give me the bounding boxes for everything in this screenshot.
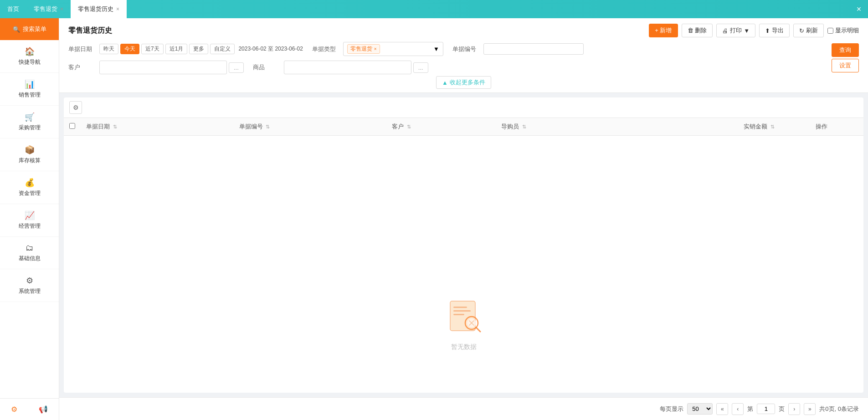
query-button[interactable]: 查询 [832, 43, 859, 57]
doc-type-tag-close[interactable]: × [374, 46, 377, 51]
sidebar-item-operations[interactable]: 📈 经营管理 [0, 204, 59, 237]
tab-home[interactable]: 首页 [0, 0, 26, 18]
sidebar-item-inventory-label: 库存核算 [19, 157, 41, 164]
collapse-button[interactable]: ▲ 收起更多条件 [436, 76, 491, 89]
th-doc-date: 单据日期 ⇅ [81, 118, 234, 136]
doc-no-sort-icon[interactable]: ⇅ [266, 124, 270, 129]
page-text: 第 [747, 405, 753, 413]
settings-button[interactable]: 设置 [832, 59, 859, 72]
date-filter-label: 单据日期 [68, 45, 96, 53]
sidebar-item-finance[interactable]: 💰 资金管理 [0, 171, 59, 204]
goods-input[interactable] [284, 61, 411, 74]
export-button[interactable]: ⬆ 导出 [759, 24, 790, 37]
th-customer-label: 客户 [392, 123, 404, 130]
sidebar-settings-icon[interactable]: ⚙ [11, 405, 17, 414]
empty-text: 暂无数据 [451, 343, 477, 351]
th-guide: 导购员 ⇅ [496, 118, 627, 136]
sidebar-speaker-icon[interactable]: 📢 [39, 405, 48, 414]
print-dropdown-icon: ▼ [744, 27, 750, 34]
th-ops: 操作 [780, 118, 863, 136]
tab-list: 首页 零售退货 × 零售退货历史 × [0, 0, 850, 18]
tab-retail-return-close[interactable]: × [60, 6, 63, 12]
inventory-icon: 📦 [25, 145, 35, 155]
th-doc-date-label: 单据日期 [86, 123, 110, 130]
page-next-button[interactable]: › [788, 403, 800, 415]
customer-filter: 客户 ... [68, 61, 244, 74]
sidebar-item-quick-nav-label: 快捷导航 [19, 58, 41, 66]
doc-type-label: 单据类型 [312, 45, 339, 53]
goods-label: 商品 [253, 63, 280, 72]
filter-row-2: 客户 ... 商品 ... [68, 61, 859, 74]
page-last-button[interactable]: » [804, 403, 816, 415]
date-btn-1month[interactable]: 近1月 [165, 44, 188, 54]
doc-date-sort-icon[interactable]: ⇅ [113, 124, 117, 129]
svg-rect-3 [453, 314, 464, 315]
sidebar-item-purchase[interactable]: 🛒 采购管理 [0, 106, 59, 138]
date-btn-7days[interactable]: 近7天 [141, 44, 164, 54]
amount-sort-icon[interactable]: ⇅ [770, 124, 775, 129]
table-container: ⚙ 单据日期 ⇅ [64, 97, 863, 393]
doc-type-filter: 单据类型 零售退货 × ▼ [312, 42, 443, 56]
page-first-button[interactable]: « [716, 403, 728, 415]
page-number-input[interactable] [757, 404, 775, 414]
print-icon: 🖨 [722, 27, 728, 34]
page-label: 页 [779, 405, 785, 413]
customer-input[interactable] [99, 61, 227, 74]
per-page-select[interactable]: 50 10 20 100 [687, 403, 713, 415]
doc-type-dropdown-icon: ▼ [433, 46, 439, 52]
basic-info-icon: 🗂 [26, 243, 34, 253]
doc-type-select[interactable]: 零售退货 × ▼ [343, 42, 443, 56]
delete-button[interactable]: 🗑 删除 [682, 24, 713, 37]
sidebar-item-basic-info[interactable]: 🗂 基础信息 [0, 237, 59, 269]
collapse-icon: ▲ [442, 79, 448, 86]
tab-retail-return-history[interactable]: 零售退货历史 × [71, 0, 127, 18]
sidebar-item-inventory[interactable]: 📦 库存核算 [0, 138, 59, 171]
date-buttons: 昨天 今天 近7天 近1月 更多 自定义 [99, 44, 235, 54]
sidebar-item-basic-info-label: 基础信息 [19, 255, 41, 262]
guide-sort-icon[interactable]: ⇅ [522, 124, 526, 129]
export-icon: ⬆ [765, 27, 770, 34]
refresh-button[interactable]: ↻ 刷新 [793, 24, 824, 37]
svg-rect-1 [453, 307, 467, 308]
add-button[interactable]: + 新增 [649, 24, 678, 37]
date-btn-today[interactable]: 今天 [120, 44, 139, 54]
table-scroll: 单据日期 ⇅ 单据编号 ⇅ 客户 ⇅ [64, 118, 863, 256]
sidebar-item-system[interactable]: ⚙ 系统管理 [0, 269, 59, 302]
th-amount: 实销金额 ⇅ [627, 118, 780, 136]
finance-icon: 💰 [25, 178, 35, 188]
th-customer: 客户 ⇅ [386, 118, 496, 136]
customer-ellipsis-button[interactable]: ... [229, 62, 244, 73]
sidebar-menu: 🏠 快捷导航 📊 销售管理 🛒 采购管理 📦 库存核算 💰 资金管理 📈 [0, 40, 59, 398]
goods-filter: 商品 ... [253, 61, 428, 74]
sales-icon: 📊 [25, 79, 35, 89]
filter-collapse-row: ▲ 收起更多条件 [68, 74, 859, 92]
sidebar-search-button[interactable]: 🔍 搜索菜单 [0, 18, 59, 40]
sidebar-item-sales[interactable]: 📊 销售管理 [0, 73, 59, 106]
doc-no-input[interactable] [483, 43, 584, 55]
show-detail-input[interactable] [827, 28, 833, 34]
export-label: 导出 [772, 26, 784, 35]
date-btn-yesterday[interactable]: 昨天 [99, 44, 118, 54]
system-icon: ⚙ [26, 276, 33, 286]
table-settings-icon[interactable]: ⚙ [69, 101, 82, 114]
tab-retail-return-history-close[interactable]: × [116, 6, 119, 12]
customer-sort-icon[interactable]: ⇅ [407, 124, 411, 129]
table-section: ⚙ 单据日期 ⇅ [59, 93, 868, 420]
sidebar-item-quick-nav[interactable]: 🏠 快捷导航 [0, 40, 59, 73]
tab-retail-return[interactable]: 零售退货 × [26, 0, 71, 18]
show-detail-checkbox[interactable]: 显示明细 [827, 26, 859, 35]
window-close-button[interactable]: × [850, 0, 868, 18]
date-btn-custom[interactable]: 自定义 [210, 44, 235, 54]
goods-ellipsis-button[interactable]: ... [413, 62, 428, 73]
date-btn-more[interactable]: 更多 [189, 44, 208, 54]
search-icon: 🔍 [13, 26, 20, 33]
refresh-icon: ↻ [799, 27, 804, 34]
page-prev-button[interactable]: ‹ [732, 403, 744, 415]
th-ops-label: 操作 [816, 123, 827, 130]
print-button[interactable]: 🖨 打印 ▼ [716, 24, 755, 37]
doc-no-filter: 单据编号 [452, 43, 584, 55]
th-doc-no-label: 单据编号 [239, 123, 263, 130]
select-all-checkbox[interactable] [69, 123, 75, 129]
tab-retail-return-label: 零售退货 [34, 5, 57, 13]
home-icon: 🏠 [25, 46, 35, 56]
